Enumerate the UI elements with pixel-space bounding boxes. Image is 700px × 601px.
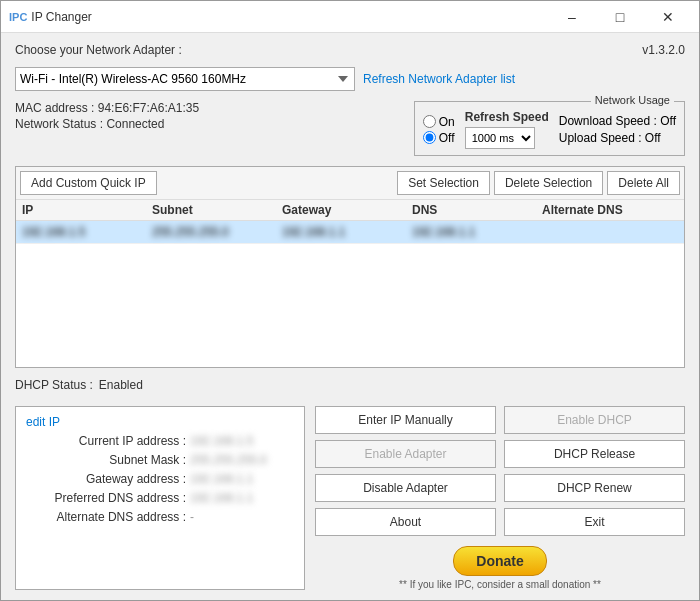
action-section: Enter IP Manually Enable DHCP Enable Ada…	[315, 406, 685, 590]
main-window: IPC IP Changer – □ ✕ Choose your Network…	[0, 0, 700, 601]
table-header: IP Subnet Gateway DNS Alternate DNS	[16, 200, 684, 221]
ip-table-section: Add Custom Quick IP Set Selection Delete…	[15, 166, 685, 368]
dhcp-renew-button[interactable]: DHCP Renew	[504, 474, 685, 502]
donate-button[interactable]: Donate	[453, 546, 546, 576]
upload-speed-row: Upload Speed : Off	[559, 131, 676, 145]
download-upload-group: Download Speed : Off Upload Speed : Off	[559, 114, 676, 145]
network-usage-box: Network Usage On Off Refresh Speed	[414, 101, 685, 156]
download-speed-row: Download Speed : Off	[559, 114, 676, 128]
network-status-label: Network Status :	[15, 117, 103, 131]
row3-actions: Disable Adapter DHCP Renew	[315, 474, 685, 502]
network-status-value: Connected	[106, 117, 164, 131]
current-ip-label: Current IP address :	[26, 434, 186, 448]
bottom-section: edit IP Current IP address : 192.168.1.5…	[15, 406, 685, 590]
mac-value: 94:E6:F7:A6:A1:35	[98, 101, 199, 115]
subnet-value: 255.255.255.0	[190, 453, 267, 467]
col-subnet: Subnet	[152, 203, 282, 217]
delete-all-button[interactable]: Delete All	[607, 171, 680, 195]
close-button[interactable]: ✕	[645, 3, 691, 31]
current-ip-value: 192.168.1.5	[190, 434, 253, 448]
maximize-button[interactable]: □	[597, 3, 643, 31]
dhcp-status-row: DHCP Status : Enabled	[15, 374, 685, 396]
col-dns: DNS	[412, 203, 542, 217]
download-value: Off	[660, 114, 676, 128]
row1-actions: Enter IP Manually Enable DHCP	[315, 406, 685, 434]
row-gateway: 192.168.1.1	[282, 225, 412, 239]
delete-selection-button[interactable]: Delete Selection	[494, 171, 603, 195]
main-content: Choose your Network Adapter : v1.3.2.0 W…	[1, 33, 699, 600]
radio-on-label[interactable]: On	[423, 115, 455, 129]
refresh-speed-group: Refresh Speed 1000 ms	[465, 110, 549, 149]
col-alt-dns: Alternate DNS	[542, 203, 678, 217]
refresh-adapter-link[interactable]: Refresh Network Adapter list	[363, 72, 515, 86]
mac-address-row: MAC address : 94:E6:F7:A6:A1:35	[15, 101, 404, 115]
preferred-dns-field-row: Preferred DNS address : 192.168.1.1	[26, 491, 294, 505]
row-ip: 192.168.1.5	[22, 225, 152, 239]
table-toolbar: Add Custom Quick IP Set Selection Delete…	[16, 167, 684, 200]
donate-note: ** If you like IPC, consider a small don…	[399, 579, 601, 590]
about-button[interactable]: About	[315, 508, 496, 536]
disable-adapter-button[interactable]: Disable Adapter	[315, 474, 496, 502]
set-selection-button[interactable]: Set Selection	[397, 171, 490, 195]
col-gateway: Gateway	[282, 203, 412, 217]
add-custom-ip-button[interactable]: Add Custom Quick IP	[20, 171, 157, 195]
app-icon: IPC	[9, 11, 27, 23]
preferred-dns-label: Preferred DNS address :	[26, 491, 186, 505]
alternate-dns-label: Alternate DNS address :	[26, 510, 186, 524]
dhcp-release-button[interactable]: DHCP Release	[504, 440, 685, 468]
gateway-value: 192.168.1.1	[190, 472, 253, 486]
adapter-label: Choose your Network Adapter :	[15, 43, 182, 57]
app-title: IP Changer	[31, 10, 549, 24]
adapter-select[interactable]: Wi-Fi - Intel(R) Wireless-AC 9560 160MHz	[15, 67, 355, 91]
action-buttons: Enter IP Manually Enable DHCP Enable Ada…	[315, 406, 685, 542]
table-row[interactable]: 192.168.1.5 255.255.255.0 192.168.1.1 19…	[16, 221, 684, 244]
current-ip-field-row: Current IP address : 192.168.1.5	[26, 434, 294, 448]
radio-off-label[interactable]: Off	[423, 131, 455, 145]
title-bar: IPC IP Changer – □ ✕	[1, 1, 699, 33]
enter-ip-manually-button[interactable]: Enter IP Manually	[315, 406, 496, 434]
donate-section: Donate ** If you like IPC, consider a sm…	[315, 546, 685, 590]
version-label: v1.3.2.0	[642, 43, 685, 57]
row-subnet: 255.255.255.0	[152, 225, 282, 239]
subnet-label: Subnet Mask :	[26, 453, 186, 467]
minimize-button[interactable]: –	[549, 3, 595, 31]
mac-network-section: MAC address : 94:E6:F7:A6:A1:35 Network …	[15, 101, 404, 133]
adapter-version-row: Choose your Network Adapter : v1.3.2.0	[15, 43, 685, 57]
dhcp-status-label: DHCP Status :	[15, 378, 93, 392]
download-label: Download Speed :	[559, 114, 657, 128]
enable-dhcp-button[interactable]: Enable DHCP	[504, 406, 685, 434]
row-alt-dns	[542, 225, 678, 239]
radio-on[interactable]	[423, 115, 436, 128]
edit-ip-link[interactable]: edit IP	[26, 415, 288, 429]
mac-label: MAC address :	[15, 101, 94, 115]
table-body: 192.168.1.5 255.255.255.0 192.168.1.1 19…	[16, 221, 684, 367]
row-dns: 192.168.1.1	[412, 225, 542, 239]
row2-actions: Enable Adapter DHCP Release	[315, 440, 685, 468]
dhcp-status-value: Enabled	[99, 378, 143, 392]
network-status-row: Network Status : Connected	[15, 117, 404, 131]
alternate-dns-value: -	[190, 510, 194, 524]
network-usage-legend: Network Usage	[591, 94, 674, 106]
enable-adapter-button[interactable]: Enable Adapter	[315, 440, 496, 468]
refresh-speed-label: Refresh Speed	[465, 110, 549, 124]
upload-value: Off	[645, 131, 661, 145]
on-off-radio-group: On Off	[423, 115, 455, 145]
window-controls: – □ ✕	[549, 3, 691, 31]
col-ip: IP	[22, 203, 152, 217]
preferred-dns-value: 192.168.1.1	[190, 491, 253, 505]
gateway-field-row: Gateway address : 192.168.1.1	[26, 472, 294, 486]
exit-button[interactable]: Exit	[504, 508, 685, 536]
row4-actions: About Exit	[315, 508, 685, 536]
subnet-field-row: Subnet Mask : 255.255.255.0	[26, 453, 294, 467]
upload-label: Upload Speed :	[559, 131, 642, 145]
gateway-label: Gateway address :	[26, 472, 186, 486]
current-ip-box: edit IP Current IP address : 192.168.1.5…	[15, 406, 305, 590]
alternate-dns-field-row: Alternate DNS address : -	[26, 510, 294, 524]
radio-off[interactable]	[423, 131, 436, 144]
refresh-speed-select[interactable]: 1000 ms	[465, 127, 535, 149]
